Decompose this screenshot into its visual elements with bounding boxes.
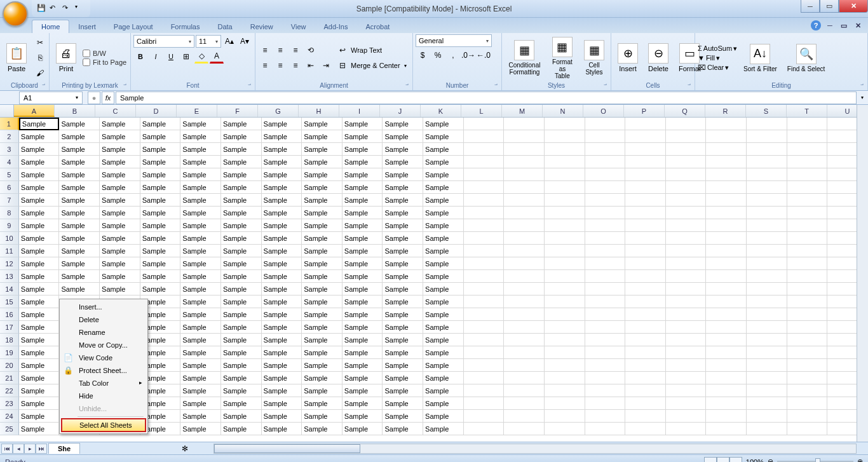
autosum-button[interactable]: Σ AutoSum ▾: [698, 44, 737, 53]
cell[interactable]: [464, 181, 505, 194]
cell[interactable]: Sample: [221, 245, 262, 257]
cell[interactable]: [464, 194, 505, 207]
row-header[interactable]: 21: [0, 372, 19, 384]
insert-cells-button[interactable]: ⊕Insert: [614, 42, 642, 74]
merge-center-button[interactable]: ⊟Merge & Center▾: [336, 58, 407, 72]
cell[interactable]: [747, 143, 787, 156]
cell[interactable]: Sample: [342, 283, 383, 296]
cell[interactable]: [787, 130, 828, 143]
new-sheet-icon[interactable]: ✻: [182, 444, 188, 453]
cell[interactable]: [504, 346, 545, 359]
align-middle-icon[interactable]: ≡: [273, 43, 287, 57]
cell[interactable]: Sample: [383, 384, 423, 397]
cell[interactable]: Sample: [262, 130, 302, 143]
row-header[interactable]: 6: [0, 181, 19, 194]
cell[interactable]: [747, 156, 787, 168]
column-header[interactable]: T: [787, 105, 827, 117]
cell[interactable]: Sample: [423, 270, 464, 283]
undo-icon[interactable]: ↶: [50, 4, 60, 14]
cell[interactable]: Sample: [342, 308, 383, 321]
column-header[interactable]: R: [705, 105, 746, 117]
cell[interactable]: Sample: [262, 359, 302, 372]
cell[interactable]: Sample: [383, 410, 423, 423]
cell[interactable]: [585, 359, 626, 372]
cell[interactable]: [585, 219, 626, 232]
cell[interactable]: [666, 156, 707, 168]
cell[interactable]: Sample: [302, 321, 342, 334]
row-header[interactable]: 14: [0, 283, 19, 296]
cell[interactable]: [706, 143, 747, 156]
cell[interactable]: [706, 372, 747, 384]
row-header[interactable]: 3: [0, 143, 19, 156]
name-box[interactable]: A1▾: [19, 92, 83, 104]
cell[interactable]: Sample: [262, 168, 302, 181]
cell[interactable]: Sample: [262, 346, 302, 359]
cell[interactable]: Sample: [59, 118, 100, 130]
cell[interactable]: Sample: [342, 118, 383, 130]
cell[interactable]: [666, 257, 707, 270]
cell[interactable]: Sample: [180, 257, 221, 270]
cell[interactable]: [787, 245, 828, 257]
menu-select-all-sheets[interactable]: Select All Sheets: [61, 418, 146, 432]
cell[interactable]: [625, 359, 666, 372]
format-as-table-button[interactable]: ▦Format as Table: [547, 36, 578, 81]
cell[interactable]: Sample: [262, 296, 302, 308]
cell[interactable]: [787, 168, 828, 181]
cell[interactable]: Sample: [100, 168, 140, 181]
cell[interactable]: Sample: [302, 181, 342, 194]
cell[interactable]: Sample: [221, 219, 262, 232]
row-header[interactable]: 1: [0, 118, 19, 130]
percent-icon[interactable]: %: [431, 48, 445, 62]
align-bottom-icon[interactable]: ≡: [288, 43, 302, 57]
cell[interactable]: [747, 308, 787, 321]
cell[interactable]: Sample: [140, 257, 181, 270]
cell[interactable]: Sample: [180, 308, 221, 321]
cell[interactable]: Sample: [221, 296, 262, 308]
cell[interactable]: Sample: [180, 194, 221, 207]
cell[interactable]: Sample: [221, 359, 262, 372]
cell[interactable]: Sample: [100, 232, 140, 245]
cell[interactable]: [747, 194, 787, 207]
cancel-icon[interactable]: ●: [88, 92, 100, 104]
cell[interactable]: Sample: [59, 270, 100, 283]
row-header[interactable]: 24: [0, 410, 19, 423]
row-header[interactable]: 9: [0, 219, 19, 232]
cell[interactable]: Sample: [262, 410, 302, 423]
cell[interactable]: [666, 296, 707, 308]
cell[interactable]: Sample: [19, 270, 60, 283]
cell[interactable]: [787, 270, 828, 283]
row-header[interactable]: 8: [0, 207, 19, 219]
cell[interactable]: Sample: [423, 219, 464, 232]
column-header[interactable]: E: [177, 105, 217, 117]
cell[interactable]: Sample: [19, 397, 60, 410]
cell[interactable]: [666, 423, 707, 435]
cell[interactable]: [504, 156, 545, 168]
cell[interactable]: [787, 118, 828, 130]
save-icon[interactable]: 💾: [37, 4, 47, 14]
cell[interactable]: [625, 270, 666, 283]
cell[interactable]: Sample: [423, 423, 464, 435]
cell[interactable]: [545, 384, 585, 397]
cell[interactable]: [625, 372, 666, 384]
cell[interactable]: Sample: [180, 334, 221, 346]
cell[interactable]: Sample: [302, 143, 342, 156]
cell[interactable]: [504, 168, 545, 181]
font-name-combo[interactable]: Calibri▾: [133, 35, 194, 48]
find-select-button[interactable]: 🔍Find & Select: [783, 43, 829, 74]
cell[interactable]: Sample: [59, 168, 100, 181]
cell[interactable]: [625, 232, 666, 245]
cell[interactable]: [504, 245, 545, 257]
cell[interactable]: Sample: [342, 245, 383, 257]
align-top-icon[interactable]: ≡: [258, 43, 272, 57]
row-header[interactable]: 5: [0, 168, 19, 181]
cell[interactable]: Sample: [19, 410, 60, 423]
cell[interactable]: Sample: [342, 156, 383, 168]
cell[interactable]: [625, 283, 666, 296]
cell[interactable]: Sample: [342, 384, 383, 397]
cell[interactable]: Sample: [221, 232, 262, 245]
cell[interactable]: [747, 372, 787, 384]
cell[interactable]: [787, 334, 828, 346]
cell[interactable]: [464, 296, 505, 308]
cell[interactable]: [625, 423, 666, 435]
cell[interactable]: Sample: [221, 194, 262, 207]
